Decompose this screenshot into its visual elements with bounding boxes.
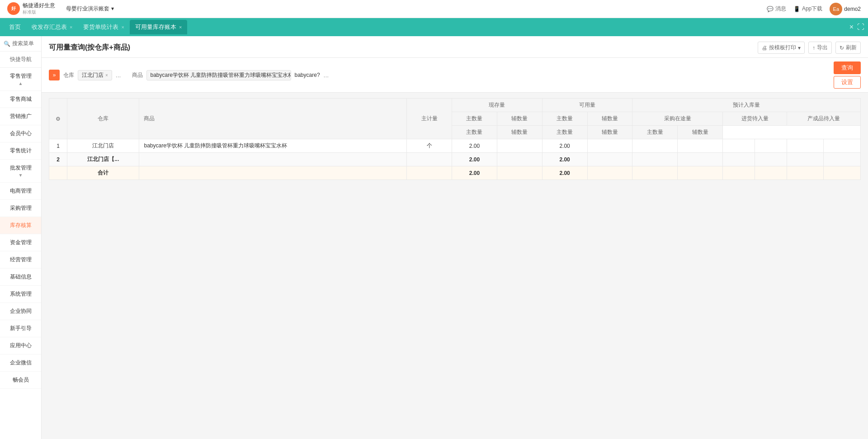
warehouse-tag-close[interactable]: ×	[105, 73, 108, 78]
sidebar-item-wholesale-mgmt[interactable]: 批发管理 ▼	[0, 160, 41, 183]
operation-label: 经营管理	[10, 256, 32, 264]
sidebar-search[interactable]: 🔍 搜索菜单	[0, 36, 41, 52]
sidebar-item-zero-sales-mgmt[interactable]: 零售管理 ▲	[0, 68, 41, 91]
message-btn[interactable]: 💬 消息	[767, 5, 786, 13]
page-header: 可用量查询(按仓库+商品) 🖨 按模板打印 ▾ ↑ 导出 ↻ 刷新	[42, 36, 868, 58]
search-label: 搜索菜单	[12, 40, 34, 47]
zero-sales-label: 零售管理	[10, 72, 32, 80]
sidebar-item-marketing[interactable]: 营销推广	[0, 108, 41, 125]
footer-empty2	[139, 166, 407, 180]
expand-filter-btn[interactable]: »	[49, 70, 60, 80]
sidebar-item-enterprise[interactable]: 企业协同	[0, 303, 41, 320]
row2-unit	[407, 153, 452, 166]
refresh-btn[interactable]: ↻ 刷新	[835, 42, 861, 54]
page-actions: 🖨 按模板打印 ▾ ↑ 导出 ↻ 刷新	[758, 42, 861, 54]
search-icon: 🔍	[4, 41, 10, 47]
product-tag-text: babycare学饮杯 儿童防摔防撞吸管杯重力球吸嘴杯宝宝水杯	[151, 71, 291, 79]
row2-seq: 2	[49, 153, 67, 166]
new-guide-label: 新手引导	[10, 325, 32, 332]
sidebar-item-member[interactable]: 畅会员	[0, 372, 41, 389]
tab-home[interactable]: 首页	[4, 20, 26, 34]
row1-pur-sub	[678, 139, 723, 153]
logo-text-area: 畅捷通好生意 标准版	[23, 2, 55, 15]
export-btn[interactable]: ↑ 导出	[808, 42, 832, 54]
close-all-icon[interactable]: ×	[849, 23, 854, 31]
app-download-btn[interactable]: 📱 App下载	[793, 5, 822, 13]
settings-button[interactable]: 设置	[834, 76, 861, 89]
member-center-label: 会员中心	[10, 130, 32, 137]
user-area[interactable]: Ea demo2	[830, 3, 861, 15]
tab-receive-summary[interactable]: 收发存汇总表 ×	[26, 20, 78, 34]
sidebar-item-inventory[interactable]: 库存核算	[0, 217, 41, 234]
data-table: ⚙仓库商品主计量现存量可用量预计入库量主数量辅数量主数量辅数量采购在途量进货待入…	[49, 98, 861, 180]
footer-avail-sub	[587, 166, 632, 180]
refresh-label: 刷新	[846, 44, 857, 52]
sidebar-quick-nav[interactable]: 快捷导航	[0, 52, 41, 68]
sidebar-item-sys-mgmt[interactable]: 系统管理	[0, 286, 41, 303]
row1-prod-sub	[824, 139, 861, 153]
row1-seq: 1	[49, 139, 67, 153]
main-layout: 🔍 搜索菜单 快捷导航 零售管理 ▲ 零售商城 营销推广 会员中心 零售统计 批…	[0, 36, 868, 439]
print-template-btn[interactable]: 🖨 按模板打印 ▾	[758, 42, 805, 54]
tab-available-close[interactable]: ×	[179, 24, 182, 30]
footer-pur-main	[632, 166, 678, 180]
warehouse-more-btn[interactable]: ...	[116, 71, 121, 79]
warehouse-tag[interactable]: 江北门店 ×	[78, 70, 112, 80]
row1-avail-main: 2.00	[542, 139, 587, 153]
footer-prod-sub	[824, 166, 861, 180]
footer-prod-main	[787, 166, 824, 180]
sidebar-item-app-center[interactable]: 应用中心	[0, 337, 41, 354]
download-icon: 📱	[793, 6, 800, 12]
sidebar-item-zero-mall[interactable]: 零售商城	[0, 91, 41, 108]
sidebar-item-basic-info[interactable]: 基础信息	[0, 269, 41, 286]
product-more-text: babycare?	[295, 72, 320, 78]
sidebar-item-finance[interactable]: 资金管理	[0, 234, 41, 251]
tab-available-ledger[interactable]: 可用量库存账本 ×	[130, 20, 187, 34]
finance-label: 资金管理	[10, 239, 32, 246]
product-tag[interactable]: babycare学饮杯 儿童防摔防撞吸管杯重力球吸嘴杯宝宝水杯 ×	[146, 70, 291, 80]
member-label: 畅会员	[13, 376, 29, 384]
row2-goods-sub	[755, 153, 787, 166]
sys-mgmt-label: 系统管理	[10, 290, 32, 298]
tab-order-close[interactable]: ×	[121, 24, 124, 30]
row2-pur-sub	[678, 153, 723, 166]
sidebar-item-member-center[interactable]: 会员中心	[0, 125, 41, 142]
row1-avail-sub	[587, 139, 632, 153]
sidebar-item-new-guide[interactable]: 新手引导	[0, 320, 41, 337]
tab-receive-close[interactable]: ×	[70, 24, 72, 30]
download-label: App下载	[802, 5, 822, 13]
arrow-icon: ▼	[19, 173, 23, 178]
dropdown-icon: ▾	[111, 5, 114, 12]
footer-empty3	[407, 166, 452, 180]
sidebar-item-operation[interactable]: 经营管理	[0, 251, 41, 269]
content-area: 可用量查询(按仓库+商品) 🖨 按模板打印 ▾ ↑ 导出 ↻ 刷新	[42, 36, 868, 439]
table-row: 2 江北门店【... 2.00 2.00	[49, 153, 861, 166]
footer-avail-main: 2.00	[542, 166, 587, 180]
sidebar-item-ecommerce[interactable]: 电商管理	[0, 183, 41, 200]
sidebar-item-zero-stats[interactable]: 零售统计	[0, 142, 41, 160]
query-button[interactable]: 查询	[834, 61, 861, 74]
fullscreen-icon[interactable]: ⛶	[857, 23, 864, 31]
footer-empty1	[49, 166, 67, 180]
page-title: 可用量查询(按仓库+商品)	[49, 43, 130, 52]
row1-goods-sub	[755, 139, 787, 153]
sidebar: 🔍 搜索菜单 快捷导航 零售管理 ▲ 零售商城 营销推广 会员中心 零售统计 批…	[0, 36, 42, 439]
tenant-selector[interactable]: 母婴行业演示账套 ▾	[66, 5, 114, 13]
table-row: 1 江北门店 babycare学饮杯 儿童防摔防撞吸管杯重力球吸嘴杯宝宝水杯 个…	[49, 139, 861, 153]
tab-order-stats[interactable]: 要货单统计表 ×	[78, 20, 129, 34]
filter-bar: » 仓库 江北门店 × ... 商品 babycare学饮杯 儿童防摔防撞吸管杯…	[42, 58, 868, 93]
row2-goods-main	[723, 153, 755, 166]
basic-info-label: 基础信息	[10, 273, 32, 281]
sidebar-item-purchase[interactable]: 采购管理	[0, 200, 41, 217]
print-arrow: ▾	[798, 45, 801, 51]
row2-curr-sub	[497, 153, 542, 166]
warehouse-tag-text: 江北门店	[82, 71, 104, 79]
inventory-label: 库存核算	[10, 222, 32, 229]
purchase-label: 采购管理	[10, 204, 32, 212]
tab-bar-actions: × ⛶	[849, 23, 864, 31]
product-more-btn[interactable]: ...	[324, 71, 329, 79]
app-center-label: 应用中心	[10, 342, 32, 349]
tenant-name: 母婴行业演示账套	[66, 5, 109, 13]
wechat-work-label: 企业微信	[10, 359, 32, 367]
sidebar-item-wechat-work[interactable]: 企业微信	[0, 354, 41, 372]
